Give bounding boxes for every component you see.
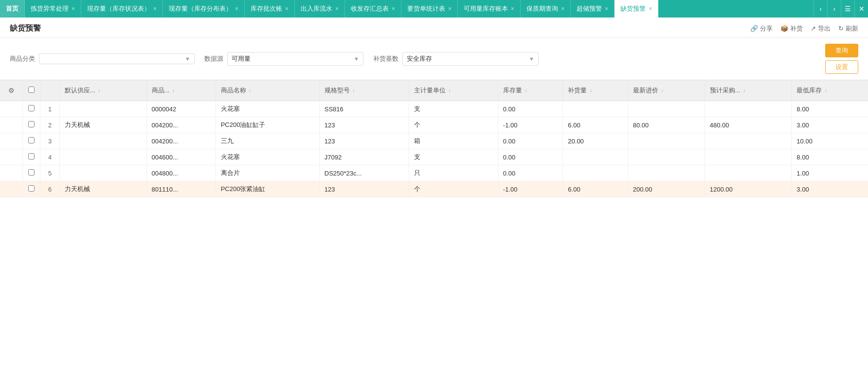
datasource-filter-group: 数据源 可用量 ▼ [204,52,363,66]
row-checkbox[interactable] [28,169,35,176]
cell-min-stock: 1.00 [792,165,868,181]
col-min-stock-header[interactable]: 最低库存 ↕ [792,80,868,101]
cell-latest-price: 80.00 [628,117,705,133]
tab-scroll-left[interactable]: ‹ [814,0,827,18]
row-checkbox[interactable] [28,137,35,143]
replenish-base-dropdown-icon: ▼ [529,56,534,62]
category-select[interactable]: ▼ [39,53,195,64]
tab-close-all[interactable]: ✕ [854,0,868,18]
close-tab-icon[interactable]: × [511,5,514,12]
col-latest-price-header[interactable]: 最新进价 ↕ [628,80,705,101]
category-label: 商品分类 [10,54,35,63]
settings-button[interactable]: 设置 [825,60,858,74]
export-button[interactable]: ↗ 导出 [811,24,831,33]
cell-est-purchase [705,133,792,149]
share-icon: 🔗 [750,25,758,32]
cell-goods-name: PC200油缸缸子 [216,117,319,133]
close-tab-icon[interactable]: × [649,5,652,12]
tab-nav-buttons: ‹ › ☰ ✕ [814,0,868,18]
tab-inout-flow[interactable]: 出入库流水× [295,0,345,18]
query-button[interactable]: 查询 [825,44,858,57]
gear-settings-button[interactable]: ⚙ [5,84,18,97]
page-content: 缺货预警 🔗 分享 📦 补货 ↗ 导出 ↻ 刷新 商品分类 [0,18,868,387]
datasource-select-value: 可用量 [232,54,350,63]
col-goods-name-header[interactable]: 商品名称 ↕ [216,80,319,101]
filter-bar: 商品分类 ▼ 数据源 可用量 ▼ 补货基数 安全库存 ▼ 查询 设置 [0,38,868,80]
tab-inventory-status[interactable]: 现存量（库存状况表）× [81,0,163,18]
cell-replenish-qty [563,165,628,181]
tab-menu[interactable]: ☰ [841,0,854,18]
cell-supplier [60,149,147,165]
tab-scroll-right[interactable]: › [827,0,841,18]
col-num-header [40,80,60,101]
tab-order-stats[interactable]: 要货单统计表× [401,0,458,18]
close-tab-icon[interactable]: × [605,5,608,12]
tab-receipt-summary[interactable]: 收发存汇总表× [345,0,401,18]
close-tab-icon[interactable]: × [335,5,339,12]
col-stock-header[interactable]: 库存量 ↕ [498,80,562,101]
tab-abnormal[interactable]: 拣货异常处理× [25,0,81,18]
close-tab-icon[interactable]: × [561,5,564,12]
col-gear: ⚙ [0,80,23,101]
row-num: 3 [40,133,60,149]
cell-replenish-qty [563,101,628,117]
supplier-sort-icon: ↕ [98,88,100,93]
col-supplier-header[interactable]: 默认供应... ↕ [60,80,147,101]
tab-expiry-query[interactable]: 保质期查询× [521,0,571,18]
close-tab-icon[interactable]: × [235,5,238,12]
close-tab-icon[interactable]: × [72,5,75,12]
table-row[interactable]: 10000042火花塞SS816支0.008.00 [0,101,868,117]
col-unit-header[interactable]: 主计量单位 ↕ [409,80,498,101]
cell-unit: 只 [409,165,498,181]
col-select-all [23,80,40,101]
table-header-row: ⚙ 默认供应... ↕ 商品... ↕ 商品名称 [0,80,868,101]
row-checkbox[interactable] [28,185,35,192]
row-checkbox[interactable] [28,153,35,159]
cell-goods-code: 004200... [146,133,216,149]
table-row[interactable]: 3004200...三九123箱0.0020.0010.00 [0,133,868,149]
cell-latest-price: 200.00 [628,181,705,197]
replenish-icon: 📦 [780,25,788,32]
category-dropdown-icon: ▼ [185,56,190,62]
tab-inventory-dist[interactable]: 现存量（库存分布表）× [163,0,245,18]
cell-replenish-qty: 6.00 [563,117,628,133]
tab-available-ledger[interactable]: 可用量库存账本× [458,0,521,18]
cell-latest-price [628,149,705,165]
close-tab-icon[interactable]: × [448,5,452,12]
refresh-button[interactable]: ↻ 刷新 [838,24,858,33]
close-tab-icon[interactable]: × [153,5,157,12]
cell-goods-code: 004800... [146,165,216,181]
table-row[interactable]: 4004600...火花塞J7092支0.008.00 [0,149,868,165]
tab-shortage[interactable]: 缺货预警× [615,0,658,18]
select-all-checkbox[interactable] [28,87,35,93]
row-checkbox[interactable] [28,105,35,111]
datasource-select[interactable]: 可用量 ▼ [227,52,363,66]
cell-min-stock: 3.00 [792,181,868,197]
replenish-button[interactable]: 📦 补货 [780,24,803,33]
col-replenish-qty-header[interactable]: 补货量 ↕ [563,80,628,101]
col-goods-code-header[interactable]: 商品... ↕ [146,80,216,101]
cell-goods-name: PC200张紧油缸 [216,181,319,197]
table-row[interactable]: 6力天机械801110...PC200张紧油缸123个-1.006.00200.… [0,181,868,197]
replenish-base-label: 补货基数 [373,54,398,63]
col-spec-header[interactable]: 规格型号 ↕ [319,80,409,101]
cell-goods-code: 004200... [146,117,216,133]
latest-price-sort-icon: ↕ [661,88,663,93]
cell-goods-code: 801110... [146,181,216,197]
tab-home[interactable]: 首页 [0,0,25,18]
cell-unit: 个 [409,117,498,133]
share-button[interactable]: 🔗 分享 [750,24,773,33]
cell-spec: 123 [319,133,409,149]
tab-overstock[interactable]: 超储预警× [571,0,615,18]
close-tab-icon[interactable]: × [392,5,395,12]
table-row[interactable]: 5004800...离合片DS250*23c...只0.001.00 [0,165,868,181]
replenish-base-select[interactable]: 安全库存 ▼ [402,52,539,66]
table-row[interactable]: 2力天机械004200...PC200油缸缸子123个-1.006.0080.0… [0,117,868,133]
tab-batch-account[interactable]: 库存批次账× [245,0,295,18]
cell-spec: 123 [319,181,409,197]
row-checkbox[interactable] [28,121,35,127]
refresh-icon: ↻ [838,25,844,32]
col-est-purchase-header[interactable]: 预计采购... ↕ [705,80,792,101]
close-tab-icon[interactable]: × [285,5,289,12]
cell-latest-price [628,133,705,149]
